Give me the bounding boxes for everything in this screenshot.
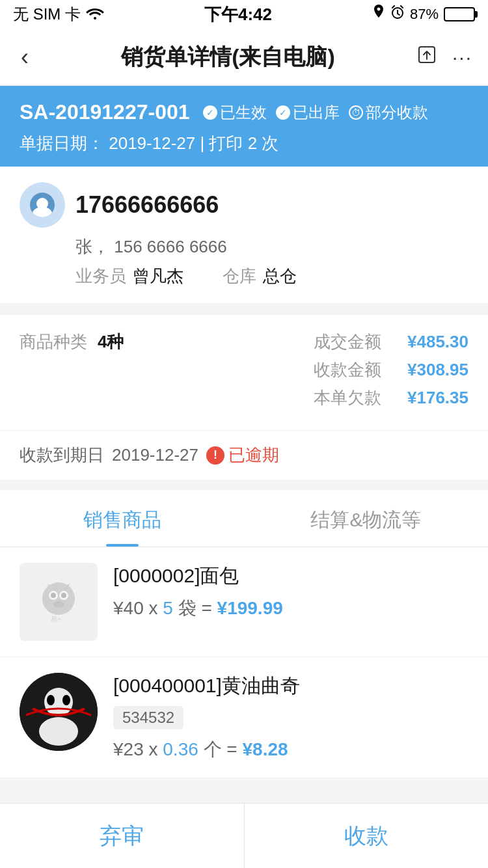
salesperson-info: 业务员 曾凡杰 xyxy=(75,265,183,288)
trading-amount-row: 成交金额 ¥485.30 xyxy=(314,331,468,353)
order-status-tags: ✓ 已生效 ✓ 已出库 ⏱ 部分收款 xyxy=(203,102,428,123)
svg-point-14 xyxy=(47,695,55,705)
product-qty-2: 0.36 xyxy=(163,739,198,759)
svg-point-13 xyxy=(39,717,78,746)
product-image-2 xyxy=(20,673,98,751)
product-types-label: 商品种类 xyxy=(20,331,87,353)
abandon-review-button[interactable]: 弃审 xyxy=(0,804,245,868)
product-item: 易+ [0000002]面包 ¥40 x 5 袋 = ¥199.99 xyxy=(0,547,488,657)
product-img-ninja xyxy=(20,673,98,751)
owed-amount-row: 本单欠款 ¥176.35 xyxy=(314,387,468,409)
check-effective-icon: ✓ xyxy=(203,105,217,120)
battery-percent: 87% xyxy=(410,6,439,23)
tab-settlement-logistics[interactable]: 结算&物流等 xyxy=(244,490,488,547)
trading-amount-label: 成交金额 xyxy=(314,331,381,353)
warehouse-label: 仓库 xyxy=(223,265,256,288)
svg-point-7 xyxy=(51,593,56,598)
product-total-1: ¥199.99 xyxy=(217,598,283,618)
tabs-section: 销售商品 结算&物流等 xyxy=(0,490,488,547)
date-label: 单据日期： xyxy=(20,133,104,153)
stats-left: 商品种类 4种 xyxy=(20,331,124,356)
product-total-2: ¥8.28 xyxy=(242,739,288,759)
product-unit-1: 袋 xyxy=(178,598,197,618)
product-price-row-1: ¥40 x 5 袋 = ¥199.99 xyxy=(113,596,468,621)
product-name-2: [000400001]黄油曲奇 xyxy=(113,673,468,699)
status-effective: ✓ 已生效 xyxy=(203,102,267,123)
customer-phone: 17666666666 xyxy=(75,191,219,219)
order-date: 2019-12-27 xyxy=(109,133,195,153)
customer-name-phone: 张， 156 6666 6666 xyxy=(20,236,468,258)
svg-point-4 xyxy=(42,582,75,615)
carrier-label: 无 SIM 卡 xyxy=(13,4,81,25)
tab-sales-products[interactable]: 销售商品 xyxy=(0,490,244,547)
due-date-section: 收款到期日 2019-12-27 ! 已逾期 xyxy=(0,430,488,480)
status-time: 下午4:42 xyxy=(204,3,272,26)
avatar-icon xyxy=(30,193,55,217)
nav-bar: ‹ 销货单详情(来自电脑) ··· xyxy=(0,29,488,86)
order-header: SA-20191227-001 ✓ 已生效 ✓ 已出库 ⏱ 部分收款 单据日期：… xyxy=(0,86,488,167)
alarm-icon xyxy=(390,5,405,23)
product-unit-price-2: ¥23 xyxy=(113,739,144,759)
received-amount-row: 收款金额 ¥308.95 xyxy=(314,359,468,381)
overdue-text: 已逾期 xyxy=(228,444,279,467)
salesperson-label: 业务员 xyxy=(75,265,126,288)
print-suffix: 次 xyxy=(262,133,278,153)
product-price-row-2: ¥23 x 0.36 个 = ¥8.28 xyxy=(113,737,468,762)
status-bar: 无 SIM 卡 下午4:42 87% xyxy=(0,0,488,29)
warehouse-info: 仓库 总仓 xyxy=(223,265,297,288)
product-info-2: [000400001]黄油曲奇 534532 ¥23 x 0.36 个 = ¥8… xyxy=(113,673,468,762)
clock-partial-icon: ⏱ xyxy=(349,105,363,120)
order-date-row: 单据日期： 2019-12-27 | 打印 2 次 xyxy=(20,132,468,155)
due-date-value: 2019-12-27 xyxy=(112,445,198,465)
received-amount-value: ¥308.95 xyxy=(407,360,468,380)
collect-payment-button[interactable]: 收款 xyxy=(245,804,489,868)
product-unit-price-1: ¥40 xyxy=(113,598,144,618)
trading-amount-value: ¥485.30 xyxy=(407,332,468,352)
status-left: 无 SIM 卡 xyxy=(13,4,104,25)
wifi-icon xyxy=(86,5,104,23)
svg-point-15 xyxy=(62,695,70,705)
salesperson-value: 曾凡杰 xyxy=(133,265,183,288)
status-shipped: ✓ 已出库 xyxy=(276,102,340,123)
separator: | xyxy=(200,133,209,153)
product-qty-1: 5 xyxy=(163,598,173,618)
customer-section: 17666666666 张， 156 6666 6666 业务员 曾凡杰 仓库 … xyxy=(0,167,488,303)
warehouse-value: 总仓 xyxy=(263,265,297,288)
svg-point-9 xyxy=(53,601,64,608)
product-name-1: [0000002]面包 xyxy=(113,563,468,590)
share-icon[interactable] xyxy=(417,45,437,69)
overdue-badge: ! 已逾期 xyxy=(206,444,279,467)
order-id: SA-20191227-001 xyxy=(20,100,190,124)
product-batch-2: 534532 xyxy=(113,706,183,729)
print-count: 2 xyxy=(248,133,257,153)
tabs-row: 销售商品 结算&物流等 xyxy=(0,490,488,547)
battery-icon xyxy=(444,7,475,21)
product-info-1: [0000002]面包 ¥40 x 5 袋 = ¥199.99 xyxy=(113,563,468,621)
customer-row: 17666666666 xyxy=(20,182,468,228)
product-image-1: 易+ xyxy=(20,563,98,641)
owed-amount-value: ¥176.35 xyxy=(407,388,468,408)
divider-1 xyxy=(0,305,488,315)
print-label: 打印 xyxy=(209,133,243,153)
stats-section: 商品种类 4种 成交金额 ¥485.30 收款金额 ¥308.95 本单欠款 ¥… xyxy=(0,315,488,430)
stats-right: 成交金额 ¥485.30 收款金额 ¥308.95 本单欠款 ¥176.35 xyxy=(314,331,468,414)
svg-line-2 xyxy=(398,14,400,15)
more-icon[interactable]: ··· xyxy=(452,46,472,68)
location-icon xyxy=(372,5,385,24)
svg-point-8 xyxy=(61,593,66,598)
product-item-2: [000400001]黄油曲奇 534532 ¥23 x 0.36 个 = ¥8… xyxy=(0,657,488,778)
owed-amount-label: 本单欠款 xyxy=(314,387,381,409)
bottom-bar: 弃审 收款 xyxy=(0,803,488,868)
received-amount-label: 收款金额 xyxy=(314,359,381,381)
status-right: 87% xyxy=(372,5,475,24)
avatar xyxy=(20,182,65,228)
product-placeholder-owl: 易+ xyxy=(33,576,85,628)
status-partial-payment: ⏱ 部分收款 xyxy=(349,102,428,123)
stats-row: 商品种类 4种 成交金额 ¥485.30 收款金额 ¥308.95 本单欠款 ¥… xyxy=(20,331,468,414)
due-label: 收款到期日 xyxy=(20,444,104,467)
check-shipped-icon: ✓ xyxy=(276,105,290,120)
svg-text:易+: 易+ xyxy=(51,616,61,623)
back-button[interactable]: ‹ xyxy=(16,38,34,76)
product-unit-2: 个 xyxy=(204,739,222,759)
product-types-row: 商品种类 4种 xyxy=(20,331,124,353)
